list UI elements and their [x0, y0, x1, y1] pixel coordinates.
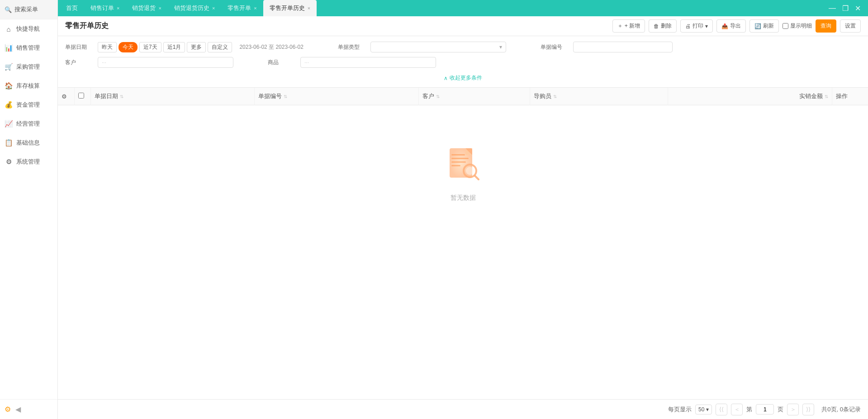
sidebar-item-purchase-mgmt[interactable]: 🛒 采购管理 — [0, 57, 57, 76]
empty-text: 暂无数据 — [451, 194, 476, 202]
doc-type-select[interactable]: ▾ — [370, 42, 506, 52]
collapse-bar[interactable]: ∧ 收起更多条件 — [65, 72, 861, 85]
table-area: ⚙ 单据日期 ⇅ 单据编号 ⇅ — [58, 88, 868, 399]
today-btn[interactable]: 今天 — [119, 42, 138, 52]
col-date-sort[interactable]: 单据日期 ⇅ — [95, 92, 251, 100]
sidebar-item-sys-mgmt[interactable]: ⚙ 系统管理 — [0, 152, 57, 171]
chart-icon: 📊 — [5, 44, 13, 52]
col-number: 单据编号 ⇅ — [255, 88, 419, 105]
tab-retail-open[interactable]: 零售开单 × — [221, 0, 263, 16]
sidebar-search[interactable]: 🔍 搜索采单 — [0, 0, 57, 19]
toolbar: 零售开单历史 ＋ + 新增 🗑 删除 🖨 打印 ▾ 📤 导出 🔄 刷新 显示明细… — [58, 16, 868, 36]
svg-rect-2 — [451, 158, 469, 159]
tab-sales-order-close[interactable]: × — [117, 5, 119, 11]
tab-retail-open-history-label: 零售开单历史 — [270, 4, 305, 12]
col-number-sort[interactable]: 单据编号 ⇅ — [258, 92, 415, 100]
tab-sales-order[interactable]: 销售订单 × — [84, 0, 126, 16]
collapse-sidebar-button[interactable]: ◀ — [15, 405, 21, 414]
export-button[interactable]: 📤 导出 — [716, 19, 746, 33]
col-customer-sort[interactable]: 客户 ⇅ — [422, 92, 526, 100]
doc-number-input[interactable] — [573, 42, 673, 52]
delete-icon: 🗑 — [654, 23, 659, 29]
last-page-button[interactable]: ⟩⟩ — [802, 404, 814, 415]
cart-icon: 🛒 — [5, 63, 13, 71]
svg-line-9 — [475, 176, 479, 179]
col-customer-sort-icon: ⇅ — [436, 94, 440, 99]
col-operations-label: 操作 — [836, 93, 848, 99]
sidebar: 🔍 搜索采单 ⌂ 快捷导航 📊 销售管理 🛒 采购管理 🏠 库存核算 💰 资金管… — [0, 0, 58, 419]
custom-btn[interactable]: 自定义 — [208, 42, 232, 52]
col-number-sort-icon: ⇅ — [284, 94, 287, 99]
filter-area: 单据日期 昨天 今天 近7天 近1月 更多 自定义 2023-06-02 至 2… — [58, 36, 868, 88]
date-range-text: 2023-06-02 至 2023-06-02 — [239, 43, 303, 51]
tab-retail-open-history-close[interactable]: × — [308, 5, 310, 11]
empty-state: 暂无数据 — [58, 105, 868, 238]
settings-label: 设置 — [845, 22, 856, 30]
col-settings-icon[interactable]: ⚙ — [62, 93, 67, 100]
col-customer: 客户 ⇅ — [418, 88, 530, 105]
finance-icon: 💰 — [5, 101, 13, 109]
more-btn[interactable]: 更多 — [187, 42, 206, 52]
settings-button[interactable]: 设置 — [840, 19, 861, 33]
col-customer-label: 客户 — [422, 92, 434, 100]
sidebar-item-finance[interactable]: 💰 资金管理 — [0, 95, 57, 114]
display-detail-toggle[interactable]: 显示明细 — [783, 22, 812, 30]
tab-sales-return-history[interactable]: 销货退货历史 × — [168, 0, 221, 16]
tab-retail-open-history[interactable]: 零售开单历史 × — [263, 0, 317, 16]
col-guide: 导购员 ⇅ — [530, 88, 668, 105]
select-all-checkbox[interactable] — [78, 93, 84, 99]
window-minimize-button[interactable]: — — [827, 2, 838, 14]
display-detail-checkbox[interactable] — [783, 23, 788, 29]
tab-sales-return-history-close[interactable]: × — [212, 5, 215, 11]
system-icon: ⚙ — [5, 158, 13, 166]
tab-retail-open-close[interactable]: × — [254, 5, 256, 11]
col-operations: 操作 — [832, 88, 868, 105]
sidebar-item-inventory[interactable]: 🏠 库存核算 — [0, 76, 57, 95]
current-page-input[interactable] — [756, 404, 774, 414]
settings-button[interactable]: ⚙ — [5, 405, 11, 414]
export-icon: 📤 — [721, 23, 728, 29]
add-button[interactable]: ＋ + 新增 — [612, 19, 645, 33]
first-page-button[interactable]: ⟨⟨ — [716, 404, 727, 415]
tab-home-label: 首页 — [66, 4, 78, 12]
table-header: ⚙ 单据日期 ⇅ 单据编号 ⇅ — [58, 88, 868, 105]
query-button[interactable]: 查询 — [816, 19, 836, 33]
pagination-bar: 每页显示 50 ▾ ⟨⟨ ＜ 第 页 ＞ ⟩⟩ 共0页, 0条记录 — [58, 399, 868, 419]
prev-page-button[interactable]: ＜ — [731, 404, 743, 415]
doc-type-label: 单据类型 — [338, 43, 363, 51]
delete-button[interactable]: 🗑 删除 — [649, 19, 677, 33]
print-button[interactable]: 🖨 打印 ▾ — [680, 19, 713, 33]
col-date-sort-icon: ⇅ — [120, 94, 123, 99]
customer-input[interactable]: ··· — [98, 57, 233, 68]
sidebar-item-label: 库存核算 — [16, 82, 40, 90]
page-word: 第 — [746, 405, 752, 414]
tab-home[interactable]: 首页 — [60, 0, 84, 16]
col-amount-sort[interactable]: 实销金额 ⇅ — [672, 92, 828, 100]
col-number-label: 单据编号 — [258, 92, 282, 100]
empty-state-row: 暂无数据 — [58, 105, 868, 239]
yesterday-btn[interactable]: 昨天 — [98, 42, 117, 52]
next-page-button[interactable]: ＞ — [787, 404, 799, 415]
collapse-label: 收起更多条件 — [450, 74, 482, 82]
per-page-select[interactable]: 50 ▾ — [695, 405, 712, 414]
refresh-button[interactable]: 🔄 刷新 — [749, 19, 779, 33]
col-settings: ⚙ — [58, 88, 74, 105]
tab-sales-return-close[interactable]: × — [158, 5, 161, 11]
sidebar-item-operations[interactable]: 📈 经营管理 — [0, 114, 57, 133]
last7days-btn[interactable]: 近7天 — [139, 42, 161, 52]
col-date: 单据日期 ⇅ — [90, 88, 255, 105]
goods-input[interactable]: ··· — [300, 57, 436, 68]
tab-sales-return[interactable]: 销货退货 × — [126, 0, 167, 16]
sidebar-item-quick-nav[interactable]: ⌂ 快捷导航 — [0, 19, 57, 38]
basic-info-icon: 📋 — [5, 139, 13, 147]
sidebar-item-basic-info[interactable]: 📋 基础信息 — [0, 133, 57, 152]
page-label: 页 — [778, 405, 783, 414]
sidebar-item-sales-mgmt[interactable]: 📊 销售管理 — [0, 38, 57, 57]
window-restore-button[interactable]: ❐ — [840, 2, 850, 14]
last-month-btn[interactable]: 近1月 — [163, 42, 185, 52]
window-close-button[interactable]: ✕ — [853, 2, 863, 14]
col-guide-sort[interactable]: 导购员 ⇅ — [534, 92, 664, 100]
col-guide-label: 导购员 — [534, 92, 551, 100]
sidebar-item-label: 基础信息 — [16, 139, 40, 147]
per-page-value: 50 — [698, 406, 704, 413]
